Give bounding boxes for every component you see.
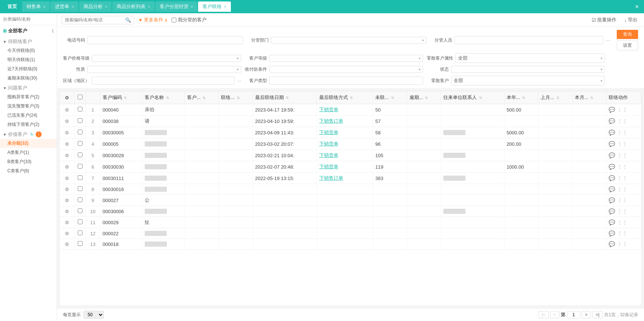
row-checkbox[interactable] [78, 164, 82, 169]
sidebar-search-input[interactable] [3, 17, 57, 22]
filter-my-customer[interactable]: 我分管的客户 [172, 17, 207, 23]
contact-type-link[interactable]: 下销货单 [319, 130, 338, 135]
col-uncontacted[interactable]: 未联... ⇅ [373, 91, 407, 104]
filter-phone-input[interactable] [87, 36, 243, 44]
filter-retail-customer-select[interactable]: 全部 ▾ [451, 76, 605, 85]
sidebar-item-declining[interactable]: 持续下滑客户(2) [0, 120, 57, 129]
col-last-month[interactable]: 上月... ⇅ [538, 91, 573, 104]
cell-gear[interactable]: ⚙ [60, 239, 74, 250]
filter-status-select[interactable]: ▾ [451, 66, 605, 73]
contact-type-link[interactable]: 下销售订单 [319, 175, 343, 181]
tab-sales-close[interactable]: × [43, 4, 45, 9]
col-last-contact-date[interactable]: 最后联络日期 ⇅ [253, 91, 317, 104]
contact-type-link[interactable]: 下销货单 [319, 141, 338, 147]
row-checkbox[interactable] [78, 219, 82, 224]
filter-nature-select[interactable]: ▾ [87, 66, 241, 73]
cell-gear[interactable]: ⚙ [60, 127, 74, 138]
action-more-icon[interactable]: ⋮⋮ [617, 208, 627, 214]
cell-gear[interactable]: ⚙ [60, 138, 74, 150]
sidebar-item-class-b[interactable]: B类客户(33) [0, 157, 57, 166]
filter-customer-type-input[interactable] [269, 77, 423, 85]
filter-region-input[interactable] [92, 77, 235, 85]
row-checkbox[interactable] [78, 141, 82, 146]
tab-product-analysis[interactable]: 商品分析 × [79, 1, 112, 12]
col-name[interactable]: 客户名称 ⇅ [142, 91, 185, 104]
batch-operation-btn[interactable]: ☑ 批量操作 [590, 15, 619, 24]
sidebar-item-churned[interactable]: 已流失客户(24) [0, 111, 57, 120]
row-checkbox[interactable] [78, 118, 82, 123]
filter-region-dots[interactable]: ··· [237, 78, 241, 84]
col-overdue[interactable]: 逾期... ⇅ [407, 91, 441, 104]
filter-more-conditions[interactable]: ▼ 更多条件 ∧ [138, 17, 168, 23]
tab-purchase-close[interactable]: × [71, 4, 74, 9]
tab-customer-contact[interactable]: 客户联络 × [198, 1, 230, 12]
tab-product-analysis-list[interactable]: 商品分析列表 × [112, 1, 154, 12]
cell-gear[interactable]: ⚙ [60, 173, 74, 184]
reset-button[interactable]: 设置 [617, 40, 638, 50]
row-checkbox[interactable] [78, 152, 82, 157]
action-more-icon[interactable]: ⋮⋮ [617, 164, 627, 170]
cell-gear[interactable]: ⚙ [60, 217, 74, 228]
contact-type-link[interactable]: 下销货单 [319, 164, 338, 169]
action-more-icon[interactable]: ⋮⋮ [617, 197, 627, 203]
cell-gear[interactable]: ⚙ [60, 150, 74, 161]
filter-retail-attr-select[interactable]: 全部 ▾ [455, 53, 605, 63]
sidebar-item-class-c[interactable]: C类客户(6) [0, 166, 57, 176]
action-more-icon[interactable]: ⋮⋮ [617, 230, 627, 236]
tab-product-analysis-close[interactable]: × [105, 4, 107, 9]
contact-type-link[interactable]: 下销货单 [319, 107, 338, 112]
tab-customer-segment[interactable]: 客户分层经营 × [155, 1, 197, 12]
action-chat-icon[interactable]: 💬 [609, 208, 615, 214]
row-checkbox[interactable] [78, 197, 82, 202]
my-customer-checkbox[interactable] [172, 18, 176, 22]
action-more-icon[interactable]: ⋮⋮ [617, 141, 627, 147]
row-checkbox[interactable] [78, 107, 82, 112]
filter-dept-select[interactable]: ▾ [271, 37, 427, 44]
action-more-icon[interactable]: ⋮⋮ [617, 175, 627, 181]
filter-payment-select[interactable]: ▾ [269, 66, 423, 73]
sidebar-group-problem[interactable]: ▼ 问题客户 [0, 83, 57, 92]
export-btn[interactable]: ↓ 导出 [622, 15, 640, 24]
refresh-icon[interactable]: ↻ [30, 132, 34, 137]
sidebar-item-class-a[interactable]: A类客户(1) [0, 148, 57, 157]
filter-search-icon[interactable]: 🔍 [125, 17, 131, 23]
sidebar-item-7day-pending[interactable]: 近7天待联络(0) [0, 64, 57, 74]
action-chat-icon[interactable]: 💬 [609, 152, 615, 158]
page-last-btn[interactable]: >| [592, 311, 603, 318]
col-this-month[interactable]: 本月... ⇅ [572, 91, 606, 104]
col-type[interactable]: 客户... ⇅ [184, 91, 219, 104]
action-chat-icon[interactable]: 💬 [609, 130, 615, 135]
window-close-button[interactable]: × [633, 3, 641, 11]
action-chat-icon[interactable]: 💬 [609, 118, 615, 124]
action-chat-icon[interactable]: 💬 [609, 107, 615, 113]
col-code[interactable]: 客户编码 ⇅ [100, 91, 142, 104]
sidebar-item-churn-warning[interactable]: 流失预警客户(3) [0, 102, 57, 111]
action-chat-icon[interactable]: 💬 [609, 175, 615, 181]
sidebar-item-tomorrow-pending[interactable]: 明天待联络(1) [0, 55, 57, 64]
contact-type-link[interactable]: 下销货单 [319, 152, 338, 158]
filter-price-level-select[interactable]: ▾ [92, 55, 241, 62]
col-this-year[interactable]: 本年... ⇅ [504, 91, 538, 104]
row-checkbox[interactable] [78, 186, 82, 191]
cell-gear[interactable]: ⚙ [60, 195, 74, 206]
action-more-icon[interactable]: ⋮⋮ [617, 186, 627, 192]
query-button[interactable]: 查询 [617, 30, 638, 39]
action-more-icon[interactable]: ⋮⋮ [617, 152, 627, 158]
row-checkbox[interactable] [78, 230, 82, 235]
sidebar-item-overdue-contact[interactable]: 逾期未联络(30) [0, 74, 57, 83]
col-unit-contact[interactable]: 往来单位联系人 ⇅ [441, 91, 504, 104]
row-checkbox[interactable] [78, 241, 82, 246]
sidebar-collapse-icon[interactable]: 《 [50, 28, 54, 34]
page-size-select[interactable]: 50 100 200 [84, 311, 104, 319]
col-contact[interactable]: 联络... ⇅ [219, 91, 253, 104]
tab-home[interactable]: 首页 [3, 1, 21, 12]
sidebar-item-today-pending[interactable]: 今天待联络(0) [0, 46, 57, 55]
row-checkbox[interactable] [78, 175, 82, 180]
col-last-contact-type[interactable]: 最后联络方式 ⇅ [317, 91, 373, 104]
sidebar-item-ungrouped[interactable]: 未分组(32) [0, 139, 57, 148]
sidebar-item-abnormal[interactable]: 囤购异常客户(2) [0, 92, 57, 102]
action-more-icon[interactable]: ⋮⋮ [617, 130, 627, 135]
action-chat-icon[interactable]: 💬 [609, 186, 615, 192]
filter-search-input[interactable] [65, 17, 124, 22]
action-chat-icon[interactable]: 💬 [609, 241, 615, 247]
